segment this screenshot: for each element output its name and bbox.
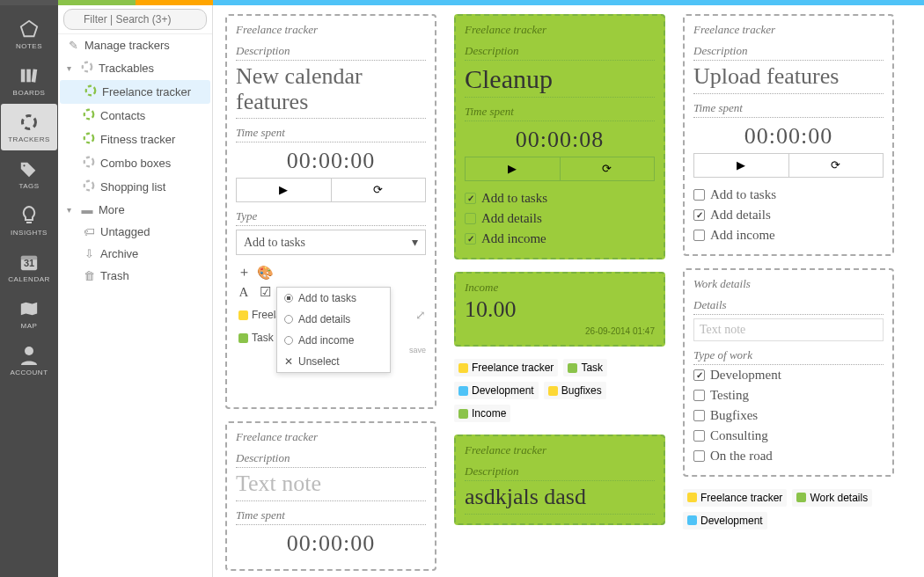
tree-item-shopping[interactable]: Shopping list bbox=[58, 175, 212, 199]
tag-development[interactable]: Development bbox=[454, 382, 539, 399]
card-text-note[interactable]: Freelance tracker Description Text note … bbox=[225, 421, 436, 571]
nav-insights[interactable]: INSIGHTS bbox=[1, 197, 57, 244]
tree-item-trash[interactable]: 🗑 Trash bbox=[58, 265, 212, 287]
card-new-calendar[interactable]: Freelance tracker Description New calend… bbox=[225, 14, 436, 409]
plus-icon[interactable]: ＋ bbox=[236, 264, 252, 281]
label-time-spent: Time spent bbox=[465, 105, 655, 121]
menu-unselect[interactable]: ✕Unselect bbox=[277, 351, 390, 372]
tree-item-combo[interactable]: Combo boxes bbox=[58, 151, 212, 175]
tree-item-untagged[interactable]: 🏷 Untagged bbox=[58, 221, 212, 243]
play-button[interactable]: ▶ bbox=[237, 179, 331, 201]
column-2: Freelance tracker Description Cleanup Ti… bbox=[454, 14, 665, 577]
card-legend: Freelance tracker bbox=[693, 23, 884, 37]
menu-add-income[interactable]: Add income bbox=[277, 330, 390, 351]
books-icon bbox=[19, 64, 39, 87]
description-value[interactable]: Cleanup bbox=[465, 61, 655, 98]
tree-item-contacts[interactable]: Contacts bbox=[58, 104, 212, 128]
check-on-the-road[interactable]: On the road bbox=[693, 446, 884, 466]
card-upload-features[interactable]: Freelance tracker Description Upload fea… bbox=[683, 14, 894, 256]
nav-account[interactable]: ACCOUNT bbox=[1, 337, 57, 383]
svg-point-4 bbox=[23, 164, 25, 166]
check-add-income[interactable]: Add income bbox=[693, 225, 884, 245]
description-placeholder[interactable]: Text note bbox=[236, 468, 426, 501]
font-icon[interactable]: A bbox=[236, 285, 252, 300]
check-add-tasks[interactable]: Add to tasks bbox=[693, 185, 884, 205]
pencil-icon: ✎ bbox=[67, 39, 79, 52]
tree-item-fitness[interactable]: Fitness tracker bbox=[58, 128, 212, 151]
check-add-tasks[interactable]: Add to tasks bbox=[465, 188, 655, 208]
nav-trackers[interactable]: TRACKERS bbox=[1, 104, 57, 150]
nav-tags[interactable]: TAGS bbox=[1, 150, 57, 197]
card-income[interactable]: Income 10.00 26-09-2014 01:47 bbox=[454, 272, 665, 347]
type-dropdown[interactable]: Add to tasks ▾ bbox=[236, 230, 426, 255]
palette-icon[interactable]: 🎨 bbox=[257, 265, 273, 281]
tree-item-freelance[interactable]: Freelance tracker bbox=[60, 80, 210, 104]
archive-icon: ⇩ bbox=[83, 247, 95, 260]
label-time-spent: Time spent bbox=[236, 126, 426, 142]
card-asdkjals[interactable]: Freelance tracker Description asdkjals d… bbox=[454, 435, 665, 525]
label-type: Type bbox=[236, 209, 426, 226]
tree-manage-trackers[interactable]: ✎ Manage trackers bbox=[58, 34, 212, 56]
text-note-input[interactable]: Text note bbox=[693, 318, 884, 341]
nav-calendar[interactable]: 31 CALENDAR bbox=[1, 244, 57, 290]
person-icon bbox=[20, 344, 38, 367]
nav-boards[interactable]: BOARDS bbox=[1, 57, 57, 104]
search-input[interactable] bbox=[63, 9, 207, 30]
check-testing[interactable]: Testing bbox=[693, 385, 884, 405]
check-development[interactable]: Development bbox=[693, 365, 884, 385]
check-add-details[interactable]: Add details bbox=[693, 205, 884, 225]
income-value[interactable]: 10.00 bbox=[465, 295, 655, 323]
board: Freelance tracker Description New calend… bbox=[213, 5, 924, 577]
svg-rect-2 bbox=[32, 69, 38, 82]
refresh-button[interactable]: ⟳ bbox=[788, 154, 884, 177]
calendar-icon: 31 bbox=[19, 251, 39, 274]
nav-sidebar: NOTES BOARDS TRACKERS TAGS INSIGHTS 31 C… bbox=[0, 5, 58, 577]
check-add-details[interactable]: Add details bbox=[465, 208, 655, 229]
tree-trackables[interactable]: ▾ Trackables bbox=[58, 56, 212, 80]
check-consulting[interactable]: Consulting bbox=[693, 426, 884, 446]
refresh-button[interactable]: ⟳ bbox=[331, 179, 426, 201]
caret-down-icon: ▾ bbox=[67, 205, 76, 215]
timer-value: 00:00:08 bbox=[465, 121, 655, 157]
card-legend: Work details bbox=[693, 277, 884, 291]
lifesaver-icon bbox=[21, 111, 37, 134]
tree-item-archive[interactable]: ⇩ Archive bbox=[58, 243, 212, 265]
ring-icon bbox=[83, 179, 95, 194]
tag-task[interactable]: Task bbox=[563, 359, 607, 376]
folder-icon: ▬ bbox=[81, 203, 93, 216]
map-icon bbox=[19, 297, 39, 320]
tag-freelance[interactable]: Freelance tracker bbox=[683, 489, 787, 507]
check-bugfixes[interactable]: Bugfixes bbox=[693, 405, 884, 426]
tag-bugfixes[interactable]: Bugfixes bbox=[544, 382, 606, 399]
timestamp: 26-09-2014 01:47 bbox=[465, 326, 655, 336]
menu-add-tasks[interactable]: Add to tasks bbox=[277, 288, 390, 309]
svg-point-3 bbox=[23, 116, 36, 129]
check-icon[interactable]: ☑ bbox=[257, 284, 273, 300]
card-work-details[interactable]: Work details Details Text note Type of w… bbox=[683, 268, 894, 477]
card-legend: Freelance tracker bbox=[465, 443, 655, 457]
play-button[interactable]: ▶ bbox=[466, 157, 560, 180]
refresh-button[interactable]: ⟳ bbox=[560, 157, 655, 180]
caret-down-icon: ▾ bbox=[67, 63, 76, 73]
tag-work-details[interactable]: Work details bbox=[792, 489, 872, 507]
tag-development[interactable]: Development bbox=[683, 512, 767, 530]
menu-add-details[interactable]: Add details bbox=[277, 309, 390, 330]
play-button[interactable]: ▶ bbox=[694, 154, 788, 177]
description-value[interactable]: asdkjals dasd bbox=[465, 481, 655, 515]
tree-more[interactable]: ▾ ▬ More bbox=[58, 199, 212, 221]
card-toolbar: ＋ 🎨 bbox=[236, 264, 426, 281]
label-details: Details bbox=[693, 298, 884, 315]
nav-notes[interactable]: NOTES bbox=[1, 11, 57, 57]
nav-map[interactable]: MAP bbox=[1, 290, 57, 337]
description-value[interactable]: Upload features bbox=[693, 61, 884, 94]
expand-icon[interactable]: ⤢ bbox=[415, 308, 426, 322]
column-1: Freelance tracker Description New calend… bbox=[225, 14, 436, 577]
check-add-income[interactable]: Add income bbox=[465, 229, 655, 249]
card-cleanup[interactable]: Freelance tracker Description Cleanup Ti… bbox=[454, 14, 665, 259]
tag-income[interactable]: Income bbox=[454, 405, 510, 422]
label-description: Description bbox=[465, 44, 655, 61]
label-description: Description bbox=[236, 451, 426, 468]
description-value[interactable]: New calendar features bbox=[236, 61, 426, 119]
label-description: Description bbox=[465, 464, 655, 481]
tag-freelance[interactable]: Freelance tracker bbox=[454, 359, 558, 376]
